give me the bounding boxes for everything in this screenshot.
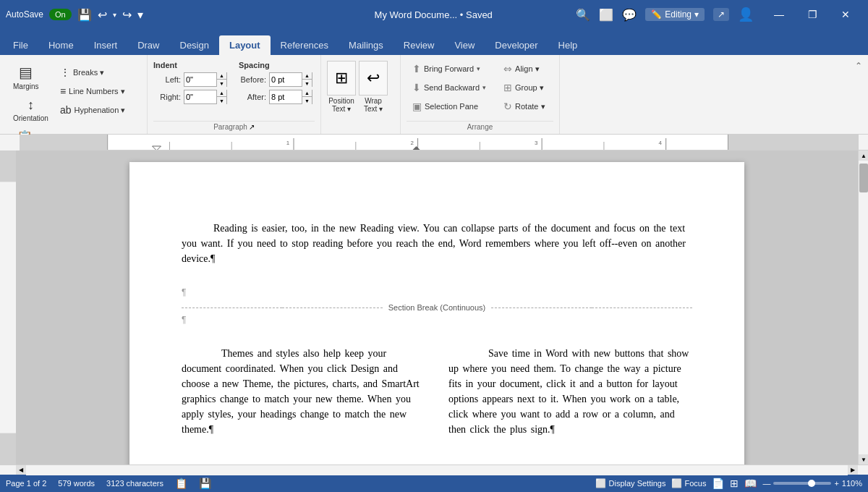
ribbon: ▤ Margins ↕ Orientation 📋 Size ▥ Columns	[0, 55, 868, 135]
track-changes-icon[interactable]: 📋	[175, 478, 187, 489]
tab-layout[interactable]: Layout	[219, 35, 271, 55]
indent-right-down[interactable]: ▼	[216, 97, 226, 104]
breaks-button[interactable]: ⋮ Breaks ▾	[56, 65, 129, 80]
word-count[interactable]: 579 words	[58, 479, 95, 488]
profile-icon[interactable]: 👤	[738, 7, 754, 22]
share-button[interactable]: ↗	[713, 8, 729, 21]
scroll-track[interactable]	[859, 161, 868, 454]
group-button[interactable]: ⊞ Group ▾	[498, 80, 550, 96]
position-wrap-group: ⊞ Position Text ▾ ↩ Wrap Text ▾ _	[321, 55, 401, 134]
indent-header: Indent	[153, 61, 227, 69]
comments-icon[interactable]: 💬	[622, 8, 637, 22]
scroll-up-button[interactable]: ▲	[859, 150, 868, 161]
minimize-button[interactable]: —	[762, 3, 796, 26]
save-icon[interactable]: 💾	[77, 8, 92, 22]
search-icon[interactable]: 🔍	[576, 8, 590, 22]
bring-forward-button[interactable]: ⬆ Bring Forward ▾	[407, 61, 492, 77]
selection-pane-icon: ▣	[412, 101, 422, 112]
indent-left-input[interactable]: ▲ ▼	[184, 72, 227, 87]
tab-file[interactable]: File	[3, 35, 38, 55]
tab-design[interactable]: Design	[170, 35, 219, 55]
save-status-icon[interactable]: 💾	[199, 478, 211, 489]
status-bar: Page 1 of 2 579 words 3123 characters 📋 …	[0, 475, 868, 492]
send-backward-button[interactable]: ⬇ Send Backward ▾	[407, 80, 492, 96]
undo-icon[interactable]: ↩	[98, 8, 107, 22]
align-button[interactable]: ⇔ Align ▾	[498, 61, 550, 77]
scroll-down-button[interactable]: ▼	[859, 454, 868, 465]
indent-section: Indent Left: ▲ ▼ Right:	[153, 61, 227, 121]
spacing-before-up[interactable]: ▲	[302, 72, 312, 80]
read-view-icon[interactable]: 📖	[744, 478, 757, 489]
rotate-icon: ↻	[503, 101, 512, 112]
spacing-after-down[interactable]: ▼	[302, 97, 312, 104]
autosave-toggle[interactable]: On	[49, 9, 72, 20]
zoom-level[interactable]: 110%	[842, 479, 862, 488]
scroll-right-button[interactable]: ▶	[848, 465, 858, 475]
tab-home[interactable]: Home	[38, 35, 84, 55]
spacing-header: Spacing	[239, 61, 312, 69]
focus-icon: ⬜	[671, 478, 682, 488]
indent-left-down[interactable]: ▼	[216, 80, 226, 87]
ribbon-collapse-button[interactable]: ⌃	[852, 55, 865, 134]
rotate-button[interactable]: ↻ Rotate ▾	[498, 98, 550, 114]
scroll-thumb[interactable]	[859, 164, 868, 192]
view-mode-icon[interactable]: 📄	[712, 478, 724, 489]
zoom-control[interactable]: — + 110%	[762, 479, 862, 488]
tab-references[interactable]: References	[271, 35, 339, 55]
focus-button[interactable]: ⬜ Focus	[671, 478, 706, 488]
spacing-after-label: After:	[239, 93, 266, 101]
editing-button[interactable]: ✏️ Editing ▾	[645, 8, 705, 21]
zoom-out-button[interactable]: —	[762, 479, 770, 488]
spacing-before-input[interactable]: ▲ ▼	[269, 72, 312, 87]
tab-insert[interactable]: Insert	[84, 35, 128, 55]
status-right: ⬜ Display Settings ⬜ Focus 📄 ⊞ 📖 — + 110…	[595, 478, 862, 489]
indent-left-up[interactable]: ▲	[216, 72, 226, 80]
restore-button[interactable]: ❐	[796, 3, 829, 26]
line-numbers-button[interactable]: ≡ Line Numbers ▾	[56, 84, 129, 98]
scroll-left-button[interactable]: ◀	[16, 465, 26, 475]
display-settings-button[interactable]: ⬜ Display Settings	[595, 478, 665, 488]
tab-review[interactable]: Review	[393, 35, 445, 55]
column-right: Save time in Word with new buttons that …	[448, 331, 692, 452]
orientation-button[interactable]: ↕ Orientation	[9, 95, 53, 125]
tab-mailings[interactable]: Mailings	[339, 35, 393, 55]
svg-text:3: 3	[535, 140, 538, 146]
paragraph-expand[interactable]: ↗	[249, 123, 255, 131]
tab-draw[interactable]: Draw	[127, 35, 169, 55]
hyphenation-button[interactable]: ab Hyphenation ▾	[56, 103, 129, 117]
quick-access-icon[interactable]: ▾	[137, 8, 143, 22]
page-indicator[interactable]: Page 1 of 2	[6, 479, 46, 488]
hyphenation-icon: ab	[60, 104, 72, 116]
spacing-before-down[interactable]: ▼	[302, 80, 312, 87]
spacing-after-up[interactable]: ▲	[302, 90, 312, 97]
zoom-in-button[interactable]: +	[834, 479, 838, 488]
character-count[interactable]: 3123 characters	[106, 479, 163, 488]
vertical-scrollbar[interactable]: ▲ ▼	[858, 150, 868, 465]
margins-button[interactable]: ▤ Margins	[9, 61, 43, 93]
align-icon: ⇔	[503, 63, 512, 75]
redo-icon[interactable]: ↪	[122, 8, 132, 22]
tab-view[interactable]: View	[444, 35, 485, 55]
arrange-group: ⬆ Bring Forward ▾ ⬇ Send Backward ▾ ▣ Se…	[401, 55, 560, 134]
zoom-thumb[interactable]	[808, 480, 815, 487]
section-break: Section Break (Continuous)	[182, 303, 692, 312]
indent-right-up[interactable]: ▲	[216, 90, 226, 97]
document-scroll[interactable]: Reading is easier, too, in the new Readi…	[16, 150, 858, 465]
zoom-slider[interactable]	[773, 482, 831, 485]
ribbon-icon[interactable]: ⬜	[599, 8, 613, 22]
undo-dropdown-icon[interactable]: ▾	[113, 11, 116, 19]
selection-pane-button[interactable]: ▣ Selection Pane	[407, 98, 492, 114]
position-button[interactable]: ⊞ Position Text ▾	[327, 61, 356, 121]
hscroll-track[interactable]	[26, 465, 848, 475]
wrap-text-button[interactable]: ↩ Wrap Text ▾	[359, 61, 388, 121]
layout-view-icon[interactable]: ⊞	[730, 478, 739, 489]
tab-help[interactable]: Help	[548, 35, 588, 55]
indent-right-input[interactable]: ▲ ▼	[184, 90, 227, 104]
spacing-after-input[interactable]: ▲ ▼	[269, 90, 312, 104]
close-button[interactable]: ✕	[829, 3, 862, 26]
horizontal-scrollbar[interactable]: ◀ ▶	[0, 465, 868, 475]
breaks-icon: ⋮	[60, 67, 70, 78]
tab-developer[interactable]: Developer	[485, 35, 548, 55]
paragraph-mark: ¶	[182, 287, 692, 297]
spacing-section: Spacing Before: ▲ ▼ After:	[239, 61, 312, 121]
